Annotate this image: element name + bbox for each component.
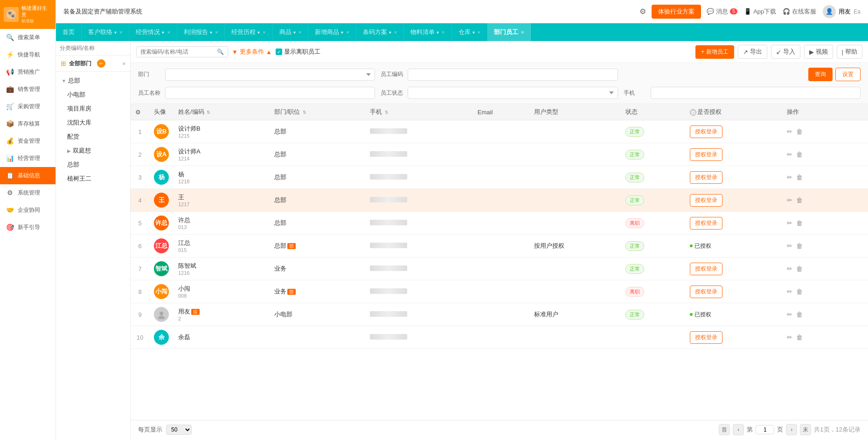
auth-btn[interactable]: 授权登录	[690, 217, 722, 230]
delete-btn[interactable]: 🗑	[796, 174, 803, 181]
tab-close-icon[interactable]: ×	[346, 29, 349, 35]
tree-node-small-elec[interactable]: 小电部	[56, 88, 130, 102]
sidebar-item-operation-mgr[interactable]: 📊 经营管理	[0, 150, 56, 167]
tab-close-icon[interactable]: ×	[167, 29, 170, 35]
experience-btn[interactable]: 体验行业方案	[652, 5, 701, 19]
filter-phone-input[interactable]	[651, 87, 861, 99]
edit-btn[interactable]: ✏	[787, 174, 792, 181]
tab-new-goods[interactable]: 新增商品 ▾ ×	[308, 23, 356, 41]
delete-btn[interactable]: 🗑	[796, 334, 803, 341]
tab-warehouse[interactable]: 仓库 ▾ ×	[452, 23, 487, 41]
tree-node-general[interactable]: 总部	[56, 158, 130, 172]
import-btn[interactable]: ↙ 导入	[771, 45, 800, 59]
message-btn[interactable]: 💬 消息 5	[707, 7, 737, 16]
edit-btn[interactable]: ✏	[787, 265, 792, 272]
dept-collapse-btn[interactable]: »	[122, 60, 125, 67]
auth-btn[interactable]: 授权登录	[690, 171, 722, 184]
auth-btn[interactable]: 授权登录	[690, 125, 722, 138]
tab-home[interactable]: 首页	[56, 23, 82, 41]
filter-status-select[interactable]	[408, 87, 618, 99]
auth-btn[interactable]: 授权登录	[690, 263, 722, 275]
delete-btn[interactable]: 🗑	[796, 196, 803, 204]
tab-profit[interactable]: 利润报告 ▾ ×	[177, 23, 225, 41]
edit-btn[interactable]: ✏	[787, 128, 792, 135]
next-page-btn[interactable]: ›	[786, 424, 797, 435]
auth-btn[interactable]: 授权登录	[690, 148, 722, 161]
delete-btn[interactable]: 🗑	[796, 242, 803, 250]
auth-info-icon[interactable]: ⓘ	[690, 109, 696, 116]
auth-btn[interactable]: 授权登录	[690, 194, 722, 207]
tab-goods[interactable]: 商品 ▾ ×	[273, 23, 308, 41]
tab-barcode[interactable]: 条码方案 ▾ ×	[356, 23, 404, 41]
prev-page-btn[interactable]: ‹	[733, 424, 744, 435]
view-btn[interactable]: ▶ 视频	[804, 45, 833, 59]
th-name[interactable]: 姓名/编码 ⇅	[174, 104, 270, 120]
sidebar-item-guide[interactable]: 🎯 新手引导	[0, 219, 56, 236]
tab-history[interactable]: 经营历程 ▾ ×	[225, 23, 272, 41]
show-resigned-toggle[interactable]: ✓ 显示离职员工	[276, 48, 320, 56]
sidebar-item-marketing[interactable]: 📢 营销推广	[0, 63, 56, 81]
tree-node-project-room[interactable]: 项目库房	[56, 102, 130, 116]
search-input[interactable]	[140, 49, 215, 55]
edit-btn[interactable]: ✏	[787, 242, 792, 250]
filter-dept-select[interactable]	[165, 69, 375, 81]
sidebar-item-enterprise[interactable]: 🤝 企业协同	[0, 202, 56, 219]
tab-close-icon[interactable]: ×	[215, 29, 218, 35]
page-size-select[interactable]: 50 10 20 100	[166, 425, 192, 435]
add-employee-btn[interactable]: + 新增员工	[695, 45, 734, 59]
auth-btn[interactable]: 授权登录	[690, 331, 722, 344]
tree-node-delivery[interactable]: 配货	[56, 130, 130, 144]
edit-btn[interactable]: ✏	[787, 334, 792, 341]
first-page-btn[interactable]: 首	[719, 424, 730, 435]
sidebar-item-stock[interactable]: 📦 库存核算	[0, 115, 56, 132]
edit-btn[interactable]: ✏	[787, 288, 792, 295]
tab-close-icon[interactable]: ×	[442, 29, 444, 35]
more-filter-btn[interactable]: ▼ 更多条件 ▲	[232, 48, 272, 56]
th-dept[interactable]: 部门/职位 ⇅	[270, 104, 366, 120]
delete-btn[interactable]: 🗑	[796, 288, 803, 295]
sidebar-item-system[interactable]: ⚙ 系统管理	[0, 184, 56, 202]
sidebar-item-capital[interactable]: 💰 资金管理	[0, 132, 56, 150]
tree-node-dual-think[interactable]: ▶ 双庭想	[56, 144, 130, 158]
delete-btn[interactable]: 🗑	[796, 311, 803, 318]
tab-material[interactable]: 物料清单 ▾ ×	[404, 23, 451, 41]
edit-btn[interactable]: ✏	[787, 219, 792, 227]
tree-node-shenyang[interactable]: 沈阳大库	[56, 116, 130, 130]
tab-close-icon[interactable]: ×	[394, 29, 397, 35]
topbar-settings-btn[interactable]: ⚙	[639, 7, 646, 16]
user-area[interactable]: 👤 用友 Ea	[823, 5, 861, 18]
filter-empname-input[interactable]	[165, 87, 375, 99]
sidebar-item-sales[interactable]: 💼 销售管理	[0, 81, 56, 98]
app-download-btn[interactable]: 📱 App下载	[744, 7, 776, 16]
tab-close-icon[interactable]: ×	[119, 29, 122, 35]
tab-close-icon[interactable]: ×	[263, 29, 265, 35]
last-page-btn[interactable]: 末	[800, 424, 811, 435]
settings-icon[interactable]: ⚙	[135, 109, 141, 116]
delete-btn[interactable]: 🗑	[796, 151, 803, 158]
delete-btn[interactable]: 🗑	[796, 128, 803, 135]
dept-search-input[interactable]	[60, 45, 130, 51]
edit-btn[interactable]: ✏	[787, 151, 792, 158]
sidebar-item-basic-info[interactable]: 📋 基础信息	[0, 167, 56, 184]
tab-close-icon[interactable]: ×	[478, 29, 480, 35]
online-service-btn[interactable]: 🎧 在线客服	[783, 7, 816, 16]
delete-btn[interactable]: 🗑	[796, 219, 803, 227]
tab-operation[interactable]: 经营情况 ▾ ×	[129, 23, 177, 41]
tree-node-plantking2[interactable]: 植树王二	[56, 172, 130, 186]
search-btn[interactable]: 查询	[808, 68, 833, 81]
page-number-input[interactable]	[756, 425, 774, 434]
tab-customer[interactable]: 客户联络 ▾ ×	[82, 23, 129, 41]
edit-btn[interactable]: ✏	[787, 311, 792, 318]
tree-node-headquarters[interactable]: ▼ 总部	[56, 74, 130, 88]
auth-btn[interactable]: 授权登录	[690, 286, 722, 298]
tab-dept-staff[interactable]: 部门员工 ×	[487, 23, 531, 41]
th-phone[interactable]: 手机 ⇅	[365, 104, 473, 120]
sidebar-item-search[interactable]: 🔍 搜索菜单	[0, 29, 56, 46]
filter-empcode-input[interactable]	[408, 69, 618, 81]
edit-btn[interactable]: ✏	[787, 196, 792, 204]
sidebar-item-purchase[interactable]: 🛒 采购管理	[0, 98, 56, 115]
dept-edit-icon[interactable]: ✏	[97, 59, 105, 68]
export-btn[interactable]: ↗ 导出	[738, 45, 767, 59]
sidebar-item-quick-nav[interactable]: ⚡ 快捷导航	[0, 46, 56, 63]
delete-btn[interactable]: 🗑	[796, 265, 803, 272]
